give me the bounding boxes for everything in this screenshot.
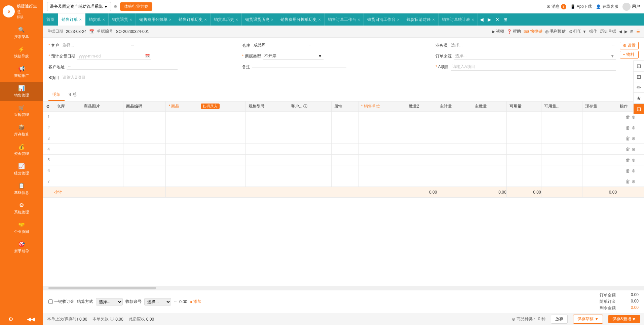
settings-gear-icon[interactable]: ⚙ (114, 4, 117, 9)
delivery-date-input[interactable]: yyyy-mm-dd 📅 (77, 53, 151, 59)
tab-close-all-btn[interactable]: ✕ (493, 17, 501, 22)
row-unit[interactable] (358, 133, 406, 144)
row-avail-qty2[interactable] (541, 122, 582, 133)
sidebar-item-management[interactable]: 📈 经营管理 (0, 160, 43, 179)
save-draft-button[interactable]: 保存草稿 ▼ (573, 315, 603, 324)
row-stock-qty[interactable] (582, 133, 617, 144)
right-panel-btn-4[interactable]: ★ (633, 93, 644, 104)
sidebar-item-sales[interactable]: 📊 销售管理 (0, 82, 43, 101)
add-item-button[interactable]: + 物料 (620, 51, 639, 58)
settle-method-select[interactable]: 选择... (96, 298, 123, 306)
tab-cash-reconcile[interactable]: 钱货日清对账 ✕ (403, 13, 439, 26)
row-code[interactable] (123, 112, 166, 122)
tab-sales-invoice[interactable]: 销货单 ✕ (85, 13, 109, 26)
tab-order-workbench[interactable]: 销售订单工作台 ✕ (325, 13, 364, 26)
discard-button[interactable]: 放弃 (551, 315, 568, 324)
settings-button[interactable]: ⚙ 设置 (620, 42, 639, 49)
delete-icon[interactable]: 🗑 (626, 114, 630, 120)
add-settle-button[interactable]: ● 添加 (190, 299, 201, 304)
row-unit[interactable] (358, 122, 406, 133)
copy-icon[interactable]: ⊕ (632, 147, 636, 152)
warehouse-input[interactable]: 成品库 ··· (252, 42, 313, 49)
row-code[interactable] (123, 122, 166, 133)
close-icon[interactable]: ✕ (471, 18, 474, 22)
row-warehouse[interactable] (54, 133, 81, 144)
row-main-qty[interactable] (472, 122, 506, 133)
row-stock-qty[interactable] (582, 122, 617, 133)
delete-icon[interactable]: 🗑 (626, 179, 630, 184)
row-avail-qty[interactable] (506, 112, 541, 122)
save-new-button[interactable]: 保存&新增 ▼ (608, 315, 640, 323)
sidebar-item-quick[interactable]: ⚡ 快捷导航 (0, 43, 43, 62)
bank-account-select[interactable]: 选择... (144, 298, 171, 306)
close-icon[interactable]: ✕ (129, 18, 132, 22)
right-panel-btn-1[interactable]: ⊡ (633, 60, 644, 71)
quick-checkout-input[interactable] (48, 299, 53, 304)
calendar-icon[interactable]: 📅 (89, 29, 94, 34)
copy-icon[interactable]: ⊕ (632, 179, 636, 184)
tab-sales-order[interactable]: 销售订单 ✕ (58, 13, 85, 26)
sidebar-item-finance[interactable]: 💰 资金管理 (0, 140, 43, 160)
row-code[interactable] (123, 133, 166, 144)
close-icon[interactable]: ✕ (318, 18, 321, 22)
profit-action[interactable]: ◎ 毛利预估 (545, 29, 566, 34)
scan-button[interactable]: 扫码录入 (201, 104, 220, 109)
tab-more-btn[interactable]: ⊞ (501, 17, 509, 22)
salesman-input[interactable]: 选择... ··· (450, 42, 616, 49)
tab-summary[interactable]: 汇总 (65, 89, 81, 101)
sidebar-item-inventory[interactable]: 📦 库存核算 (0, 121, 43, 140)
tab-sales-stats[interactable]: 销售订单统计表 ✕ (439, 13, 478, 26)
tab-invoice-history[interactable]: 销货单历史 ✕ (211, 13, 242, 26)
copy-icon[interactable]: ⊕ (632, 136, 636, 141)
remark-input[interactable] (252, 66, 346, 68)
copy-icon[interactable]: ⊕ (632, 114, 636, 120)
tab-sales-order-history[interactable]: 销售订单历史 ✕ (175, 13, 211, 26)
row-image[interactable] (81, 133, 123, 144)
nav-prev-btn[interactable]: ◀ (619, 29, 622, 34)
row-attr[interactable] (332, 112, 358, 122)
close-icon[interactable]: ✕ (204, 18, 207, 22)
close-icon[interactable]: ✕ (357, 18, 360, 22)
row-avail-qty2[interactable] (541, 133, 582, 144)
close-icon[interactable]: ✕ (102, 18, 105, 22)
row-attr[interactable] (332, 133, 358, 144)
user-area[interactable]: 用户 (622, 3, 640, 11)
row-image[interactable] (81, 112, 123, 122)
row-main-qty[interactable] (472, 133, 506, 144)
tab-detail[interactable]: 明细 (48, 89, 65, 101)
collapse-icon[interactable]: ◀◀ (27, 316, 35, 322)
row-goods[interactable] (166, 112, 198, 122)
sidebar-item-system[interactable]: ⚙ 系统管理 (0, 199, 43, 218)
th-settings[interactable]: ⚙ (43, 101, 54, 112)
tab-next-btn[interactable]: ▶ (486, 17, 493, 22)
row-warehouse[interactable] (54, 122, 81, 133)
tab-home[interactable]: 首页 (43, 13, 58, 26)
row-attr[interactable] (332, 122, 358, 133)
customer-input[interactable]: 选择... ··· (61, 42, 135, 49)
close-icon[interactable]: ✕ (169, 18, 172, 22)
row-qty2[interactable] (406, 122, 437, 133)
right-panel-btn-5[interactable]: ⊡ (633, 104, 644, 114)
copy-icon[interactable]: ⊕ (632, 125, 636, 130)
row-customer-code[interactable] (288, 112, 332, 122)
tab-cash-workbench[interactable]: 钱货日清工作台 ✕ (364, 13, 403, 26)
row-spec[interactable] (245, 112, 288, 122)
date-value[interactable]: 2023-03-24 (66, 29, 86, 34)
online-service-item[interactable]: 👤 在线客服 (596, 4, 618, 9)
sidebar-item-basic[interactable]: 📋 基础信息 (0, 179, 43, 199)
tab-prev-btn[interactable]: ◀ (478, 17, 486, 22)
message-item[interactable]: ✉ 消息 9 (547, 4, 566, 9)
delete-icon[interactable]: 🗑 (626, 168, 630, 173)
operation-action[interactable]: 操作 (589, 29, 597, 34)
scroll-thumb[interactable] (48, 287, 156, 289)
row-customer-code[interactable] (288, 122, 332, 133)
row-avail-qty2[interactable] (541, 112, 582, 122)
tab-return-history[interactable]: 销货退货历史 ✕ (242, 13, 277, 26)
sidebar-item-search[interactable]: 🔍 搜索菜单 (0, 23, 43, 43)
close-icon[interactable]: ✕ (397, 18, 400, 22)
nav-next-btn[interactable]: ▶ (624, 29, 628, 34)
b-project-input[interactable]: 请输入B项目 (61, 74, 172, 81)
row-warehouse[interactable] (54, 144, 81, 155)
a-project-input[interactable]: 请输入A项目 (451, 63, 616, 71)
row-main-unit[interactable] (437, 112, 472, 122)
